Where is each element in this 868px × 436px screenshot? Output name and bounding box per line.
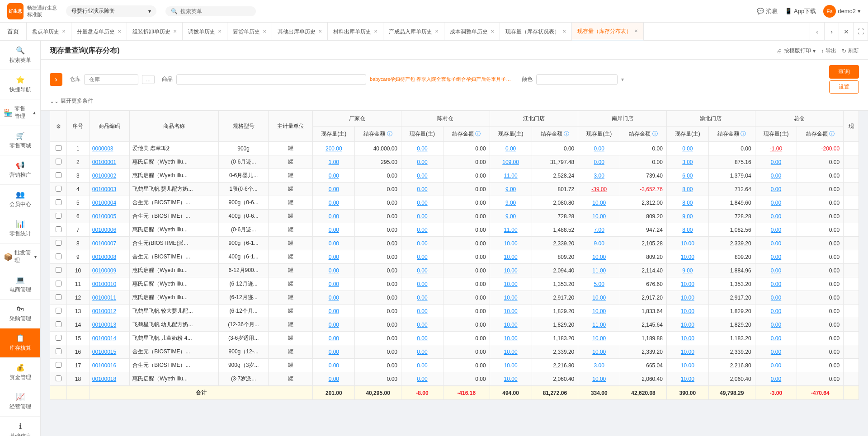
cell-w3-stock[interactable]: 10.00 <box>490 291 532 305</box>
settings-btn[interactable]: 设置 <box>829 80 859 94</box>
cell-w2-stock[interactable]: 0.00 <box>401 291 443 305</box>
tab-close-4[interactable]: ✕ <box>218 23 222 41</box>
cell-code[interactable]: 00100015 <box>89 345 129 359</box>
cell-w2-stock[interactable]: 0.00 <box>401 332 443 345</box>
cell-w3-stock[interactable]: 9.00 <box>490 196 532 210</box>
cell-w2-stock[interactable]: 0.00 <box>401 277 443 291</box>
cell-w2-stock[interactable]: 0.00 <box>401 196 443 210</box>
cell-checkbox[interactable] <box>50 359 67 372</box>
tab-close-5[interactable]: ✕ <box>263 23 266 41</box>
cell-code[interactable]: 00100018 <box>89 372 129 386</box>
cell-checkbox[interactable] <box>50 196 67 210</box>
cell-w5-stock[interactable]: 10.00 <box>666 250 708 264</box>
tab-3[interactable]: 组装拆卸单历史 ✕ <box>127 23 183 41</box>
cell-total-stock[interactable]: 0.00 <box>755 223 797 237</box>
cell-w4-stock[interactable]: 9.00 <box>578 237 620 250</box>
tab-6[interactable]: 其他出库单历史 ✕ <box>272 23 328 41</box>
collapse-btn[interactable]: › <box>50 73 62 86</box>
cell-w4-stock[interactable]: 10.00 <box>578 372 620 386</box>
print-btn[interactable]: 🖨 按模版打印 ▾ <box>777 47 816 55</box>
cell-w2-stock[interactable]: 0.00 <box>401 237 443 250</box>
cell-code[interactable]: 00100007 <box>89 237 129 250</box>
sidebar-item-inventory[interactable]: 📋 库存核算 <box>0 328 40 358</box>
cell-w4-stock[interactable]: 10.00 <box>578 345 620 359</box>
tab-9[interactable]: 成本调整单历史 ✕ <box>444 23 500 41</box>
cell-w5-stock[interactable]: 10.00 <box>666 332 708 345</box>
cell-w5-stock[interactable]: 10.00 <box>666 345 708 359</box>
tab-2[interactable]: 分量盘点单历史 ✕ <box>71 23 127 41</box>
tab-close-7[interactable]: ✕ <box>374 23 377 41</box>
cell-w5-stock[interactable]: 10.00 <box>666 372 708 386</box>
cell-w1-stock[interactable]: 0.00 <box>313 291 355 305</box>
cell-w4-stock[interactable]: 10.00 <box>578 305 620 318</box>
tab-8[interactable]: 产成品入库单历史 ✕ <box>383 23 444 41</box>
export-btn[interactable]: ↑ 导出 <box>821 47 836 55</box>
cell-w2-stock[interactable]: 0.00 <box>401 169 443 183</box>
cell-w5-stock[interactable]: 10.00 <box>666 359 708 372</box>
cell-code[interactable]: 00100013 <box>89 318 129 332</box>
cell-total-stock[interactable]: 0.00 <box>755 183 797 196</box>
user-menu[interactable]: Ea demo2 ▾ <box>823 5 861 18</box>
cell-w4-stock[interactable]: 10.00 <box>578 291 620 305</box>
cell-checkbox[interactable] <box>50 223 67 237</box>
cell-w2-stock[interactable]: 0.00 <box>401 155 443 169</box>
cell-w2-stock[interactable]: 0.00 <box>401 305 443 318</box>
tab-5[interactable]: 要货单历史 ✕ <box>227 23 272 41</box>
sidebar-item-marketing[interactable]: 📢 营销推广 <box>0 155 40 185</box>
tab-4[interactable]: 调拨单历史 ✕ <box>183 23 227 41</box>
cell-w4-stock[interactable]: 10.00 <box>578 210 620 223</box>
cell-w4-stock[interactable]: 3.00 <box>578 359 620 372</box>
cell-w2-stock[interactable]: 0.00 <box>401 359 443 372</box>
cell-w5-stock[interactable]: 9.00 <box>666 210 708 223</box>
cell-w5-stock[interactable]: 10.00 <box>666 291 708 305</box>
cell-w1-stock[interactable]: 0.00 <box>313 332 355 345</box>
cell-w5-stock[interactable]: 8.00 <box>666 196 708 210</box>
cell-w3-stock[interactable]: 11.00 <box>490 169 532 183</box>
cell-w5-stock[interactable]: 8.00 <box>666 183 708 196</box>
cell-w1-stock[interactable]: 0.00 <box>313 318 355 332</box>
cell-checkbox[interactable] <box>50 372 67 386</box>
cell-checkbox[interactable] <box>50 250 67 264</box>
warehouse-input[interactable] <box>84 74 138 85</box>
sidebar-item-retail-stats[interactable]: 📊 零售统计 <box>0 214 40 244</box>
cell-checkbox[interactable] <box>50 264 67 277</box>
cell-w3-stock[interactable]: 11.00 <box>490 223 532 237</box>
cell-checkbox[interactable] <box>50 318 67 332</box>
cell-code[interactable]: 00100010 <box>89 277 129 291</box>
cell-w3-stock[interactable]: 10.00 <box>490 359 532 372</box>
goods-input[interactable] <box>176 74 366 85</box>
app-download-btn[interactable]: 📱 App下载 <box>785 7 816 15</box>
sidebar-item-members[interactable]: 👥 会员中心 <box>0 185 40 214</box>
cell-total-stock[interactable]: 0.00 <box>755 250 797 264</box>
expand-filter-btn[interactable]: ⌄⌄ 展开更多条件 <box>50 97 859 105</box>
cell-w2-stock[interactable]: 0.00 <box>401 318 443 332</box>
sidebar-item-retail-mgmt[interactable]: 🏪 零售管理 ▲ <box>0 99 40 126</box>
tab-11[interactable]: 现存量（库存分布表） ✕ <box>572 23 644 41</box>
cell-w5-stock[interactable]: 10.00 <box>666 237 708 250</box>
cell-w4-stock[interactable]: 11.00 <box>578 264 620 277</box>
cell-checkbox[interactable] <box>50 345 67 359</box>
cell-w1-stock[interactable]: 0.00 <box>313 277 355 291</box>
cell-total-stock[interactable]: 0.00 <box>755 169 797 183</box>
tab-next-btn[interactable]: › <box>825 23 839 41</box>
cell-code[interactable]: 00100014 <box>89 332 129 345</box>
cell-w1-stock[interactable]: 0.00 <box>313 250 355 264</box>
cell-w5-stock[interactable]: 10.00 <box>666 277 708 291</box>
sidebar-item-ecommerce[interactable]: 💻 电商管理 <box>0 270 40 300</box>
cell-checkbox[interactable] <box>50 183 67 196</box>
cell-w5-stock[interactable]: 10.00 <box>666 318 708 332</box>
cell-total-stock[interactable]: 0.00 <box>755 196 797 210</box>
cell-w1-stock[interactable]: 0.00 <box>313 345 355 359</box>
tab-expand-btn[interactable]: ⛶ <box>854 23 868 41</box>
cell-checkbox[interactable] <box>50 142 67 155</box>
cell-w2-stock[interactable]: 0.00 <box>401 345 443 359</box>
tab-close-1[interactable]: ✕ <box>62 23 66 41</box>
cell-w5-stock[interactable]: 0.00 <box>666 142 708 155</box>
cell-w3-stock[interactable]: 9.00 <box>490 210 532 223</box>
cell-w5-stock[interactable]: 6.00 <box>666 169 708 183</box>
cell-w1-stock[interactable]: 0.00 <box>313 359 355 372</box>
cell-w1-stock[interactable]: 0.00 <box>313 183 355 196</box>
cell-total-stock[interactable]: 0.00 <box>755 237 797 250</box>
cell-w5-stock[interactable]: 10.00 <box>666 305 708 318</box>
cell-checkbox[interactable] <box>50 169 67 183</box>
